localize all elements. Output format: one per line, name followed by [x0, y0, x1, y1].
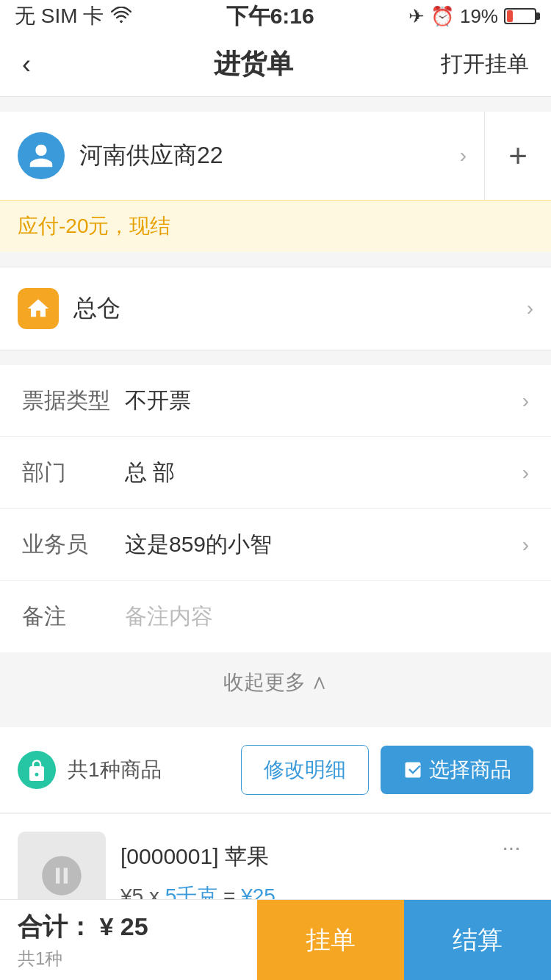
ticket-type-row[interactable]: 票据类型 不开票 ›	[0, 365, 551, 437]
location-icon: ✈	[408, 5, 425, 28]
select-product-icon	[403, 760, 423, 780]
product-name: [0000001] 苹果	[120, 842, 489, 872]
status-right: ✈ ⏰ 19%	[408, 5, 536, 28]
product-count-icon	[18, 751, 56, 789]
salesman-row[interactable]: 业务员 这是859的小智 ›	[0, 509, 551, 581]
remark-row[interactable]: 备注 备注内容	[0, 581, 551, 652]
warehouse-name: 总仓	[73, 292, 519, 325]
warehouse-section[interactable]: 总仓 ›	[0, 267, 551, 350]
salesman-chevron-icon: ›	[522, 533, 529, 557]
supplier-avatar	[18, 132, 65, 179]
bottom-bar: 合计： ¥ 25 共1种 挂单 结算	[0, 899, 551, 980]
page-title: 进货单	[214, 46, 293, 82]
salesman-value: 这是859的小智	[110, 530, 515, 560]
warning-banner: 应付-20元，现结	[0, 200, 551, 252]
remark-input[interactable]: 备注内容	[110, 602, 529, 632]
warehouse-chevron-icon: ›	[527, 297, 533, 320]
total-label: 合计：	[18, 912, 93, 940]
product-count-text: 共1种商品	[68, 756, 241, 784]
supplier-name: 河南供应商22	[79, 140, 453, 172]
alarm-icon: ⏰	[431, 5, 454, 28]
supplier-section: 河南供应商22 › +	[0, 112, 551, 200]
supplier-chevron-icon: ›	[460, 144, 467, 167]
select-product-label: 选择商品	[429, 756, 511, 784]
total-value: ¥ 25	[99, 912, 148, 940]
warehouse-icon	[18, 288, 59, 329]
nav-bar: ‹ 进货单 打开挂单	[0, 32, 551, 97]
home-icon	[26, 296, 51, 321]
battery-percent: 19%	[460, 5, 498, 28]
shopping-bag-icon	[26, 759, 48, 781]
department-chevron-icon: ›	[522, 461, 529, 485]
collapse-button[interactable]: 收起更多 ∧	[0, 652, 551, 713]
ticket-type-label: 票据类型	[22, 386, 110, 416]
wifi-icon	[111, 4, 132, 28]
user-icon	[27, 142, 55, 170]
status-bar: 无 SIM 卡 下午6:16 ✈ ⏰ 19%	[0, 0, 551, 32]
form-section: 票据类型 不开票 › 部门 总 部 › 业务员 这是859的小智 › 备注 备注…	[0, 365, 551, 652]
product-title: 苹果	[225, 844, 269, 868]
ticket-type-chevron-icon: ›	[522, 389, 529, 413]
time-display: 下午6:16	[226, 1, 314, 32]
owl-icon	[38, 852, 85, 899]
checkout-button[interactable]: 结算	[404, 900, 551, 980]
svg-point-0	[120, 21, 123, 23]
department-value: 总 部	[110, 458, 515, 488]
product-header: 共1种商品 修改明细 选择商品	[0, 727, 551, 813]
total-amount: 合计： ¥ 25	[18, 910, 240, 944]
department-row[interactable]: 部门 总 部 ›	[0, 437, 551, 509]
add-supplier-button[interactable]: +	[485, 112, 551, 200]
product-id: [0000001]	[120, 844, 225, 868]
back-button[interactable]: ‹	[22, 49, 66, 80]
product-more-button[interactable]: ···	[489, 832, 533, 860]
total-section: 合计： ¥ 25 共1种	[0, 900, 257, 980]
ticket-type-value: 不开票	[110, 386, 515, 416]
battery-icon	[504, 8, 536, 24]
open-hang-button[interactable]: 打开挂单	[441, 49, 529, 79]
remark-label: 备注	[22, 602, 110, 632]
edit-detail-button[interactable]: 修改明细	[241, 745, 369, 795]
salesman-label: 业务员	[22, 530, 110, 560]
carrier-text: 无 SIM 卡	[15, 2, 104, 30]
gap-1	[0, 97, 551, 112]
supplier-selector[interactable]: 河南供应商22 ›	[0, 112, 485, 200]
total-count: 共1种	[18, 947, 240, 970]
hang-button[interactable]: 挂单	[257, 900, 404, 980]
status-left: 无 SIM 卡	[15, 2, 132, 30]
select-product-button[interactable]: 选择商品	[381, 746, 533, 794]
department-label: 部门	[22, 458, 110, 488]
